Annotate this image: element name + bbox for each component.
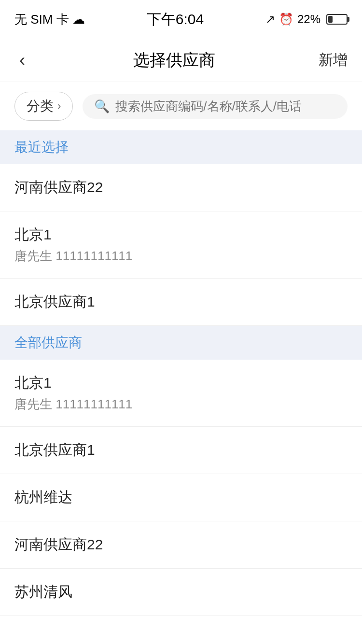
item-contact: 唐先生 11111111111 [14, 396, 348, 413]
status-time: 下午6:04 [147, 10, 204, 29]
all-section-label: 全部供应商 [14, 335, 82, 350]
item-name: 北京供应商1 [14, 292, 348, 312]
page-title: 选择供应商 [133, 49, 215, 71]
item-name: 北京1 [14, 373, 348, 393]
item-name: 北京1 [14, 225, 348, 245]
category-button[interactable]: 分类 › [14, 92, 73, 121]
recent-section-label: 最近选择 [14, 140, 69, 154]
list-item[interactable]: 河南供应商22 [0, 164, 362, 211]
status-left: 无 SIM 卡 ☁ [14, 11, 85, 28]
back-button[interactable]: ‹ [14, 45, 30, 75]
all-list: 北京1 唐先生 11111111111 北京供应商1 杭州维达 河南供应商22 … [0, 360, 362, 616]
item-name: 河南供应商22 [14, 178, 348, 197]
list-item[interactable]: 杭州维达 [0, 474, 362, 521]
chevron-right-icon: › [57, 100, 61, 112]
item-name: 北京供应商1 [14, 440, 348, 460]
list-item[interactable]: 河南供应商22 [0, 521, 362, 569]
list-item[interactable]: 苏州清风 [0, 569, 362, 616]
list-item[interactable]: 北京1 唐先生 11111111111 [0, 211, 362, 279]
all-section-header: 全部供应商 [0, 326, 362, 360]
add-button[interactable]: 新增 [319, 50, 348, 70]
filter-bar: 分类 › 🔍 [0, 82, 362, 130]
item-name: 苏州清风 [14, 582, 348, 602]
battery-icon [326, 14, 348, 25]
list-item[interactable]: 北京供应商1 [0, 427, 362, 474]
search-icon: 🔍 [94, 99, 110, 114]
alarm-icon: ⏰ [279, 13, 293, 26]
search-box[interactable]: 🔍 [83, 94, 348, 119]
list-item[interactable]: 北京供应商1 [0, 279, 362, 326]
item-contact: 唐先生 11111111111 [14, 248, 348, 265]
item-name: 河南供应商22 [14, 535, 348, 555]
location-icon: ↗ [265, 13, 275, 26]
search-input[interactable] [115, 99, 336, 114]
list-item[interactable]: 北京1 唐先生 11111111111 [0, 360, 362, 427]
nav-bar: ‹ 选择供应商 新增 [0, 39, 362, 82]
recent-section-header: 最近选择 [0, 130, 362, 164]
battery-percent: 22% [297, 13, 320, 26]
no-sim-text: 无 SIM 卡 ☁ [14, 11, 85, 28]
category-label: 分类 [27, 97, 54, 115]
status-bar: 无 SIM 卡 ☁ 下午6:04 ↗ ⏰ 22% [0, 0, 362, 39]
item-name: 杭州维达 [14, 488, 348, 507]
recent-list: 河南供应商22 北京1 唐先生 11111111111 北京供应商1 [0, 164, 362, 326]
status-right: ↗ ⏰ 22% [265, 13, 348, 26]
